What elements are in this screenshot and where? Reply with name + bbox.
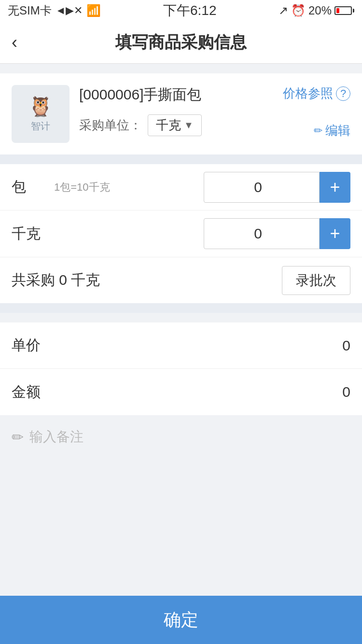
amount-row: 金额 0: [0, 369, 362, 415]
qty-label-kg: 千克: [12, 224, 50, 244]
confirm-button[interactable]: 确定: [0, 596, 362, 644]
product-thumbnail: 🦉 智计: [12, 85, 70, 143]
quantity-row-kg: 千克 +: [0, 210, 362, 257]
back-button[interactable]: ‹: [12, 32, 17, 53]
status-bar: 无SIM卡 ◄▶✕ 📶 下午6:12 ↗ ⏰ 20%: [0, 0, 362, 21]
battery-icon: [334, 6, 354, 15]
unit-value: 千克: [156, 117, 181, 134]
qty-sub-label-bao: 1包=10千克: [54, 180, 204, 195]
product-thumb-label: 智计: [31, 120, 50, 133]
product-unit-row: 采购单位： 千克 ▼: [79, 114, 350, 136]
unit-label: 采购单位：: [79, 117, 142, 134]
product-card: 🦉 智计 [0000006]手撕面包 采购单位： 千克 ▼ ✏ 编辑 价格参照 …: [0, 73, 362, 154]
confirm-button-label: 确定: [164, 608, 198, 632]
qty-input-kg[interactable]: [204, 218, 320, 249]
qty-plus-kg[interactable]: +: [320, 218, 350, 249]
section-divider-1: [0, 154, 362, 164]
amount-value: 0: [342, 384, 350, 400]
quantity-section: 包 1包=10千克 + 千克 +: [0, 164, 362, 257]
remark-section[interactable]: ✏ 输入备注: [0, 416, 362, 458]
status-left: 无SIM卡 ◄▶✕ 📶: [8, 3, 101, 18]
unit-select[interactable]: 千克 ▼: [148, 114, 202, 136]
total-row: 共采购 0 千克 录批次: [0, 257, 362, 303]
total-text: 共采购 0 千克: [12, 270, 282, 290]
carrier-text: 无SIM卡: [8, 3, 52, 18]
status-time: 下午6:12: [163, 1, 217, 20]
help-icon[interactable]: ?: [336, 86, 350, 101]
unit-price-label: 单价: [12, 336, 342, 355]
unit-price-value: 0: [342, 337, 350, 354]
wifi-icon: ◄▶✕: [56, 4, 83, 17]
amount-label: 金额: [12, 382, 342, 402]
qty-plus-bao[interactable]: +: [320, 172, 350, 203]
batch-button[interactable]: 录批次: [282, 266, 350, 295]
price-ref-label: 价格参照: [283, 85, 333, 102]
quantity-row-bao: 包 1包=10千克 +: [0, 164, 362, 210]
qty-input-wrap-kg: +: [204, 218, 350, 249]
content-body: [0, 458, 362, 602]
pencil-icon: ✏: [12, 429, 24, 446]
edit-button[interactable]: ✏ 编辑: [314, 122, 350, 139]
unit-price-row: 单价 0: [0, 322, 362, 369]
chevron-down-icon: ▼: [184, 120, 194, 131]
status-right: ↗ ⏰ 20%: [278, 4, 354, 17]
price-section: 单价 0 金额 0: [0, 322, 362, 415]
alarm-icon: ⏰: [291, 4, 306, 17]
location-icon: ↗: [278, 4, 288, 17]
price-reference[interactable]: 价格参照 ?: [283, 85, 350, 102]
qty-input-bao[interactable]: [204, 172, 320, 203]
edit-icon: ✏: [314, 125, 322, 137]
product-thumb-icon: 🦉: [28, 95, 53, 118]
nav-bar: ‹ 填写商品采购信息: [0, 21, 362, 64]
edit-text: 编辑: [325, 122, 350, 139]
qty-label-bao: 包: [12, 177, 50, 197]
remark-placeholder: 输入备注: [29, 428, 84, 446]
page-title: 填写商品采购信息: [115, 31, 247, 54]
section-divider-2: [0, 303, 362, 313]
wifi-symbol: 📶: [86, 4, 101, 17]
battery-percent: 20%: [308, 4, 332, 17]
qty-input-wrap-bao: +: [204, 172, 350, 203]
